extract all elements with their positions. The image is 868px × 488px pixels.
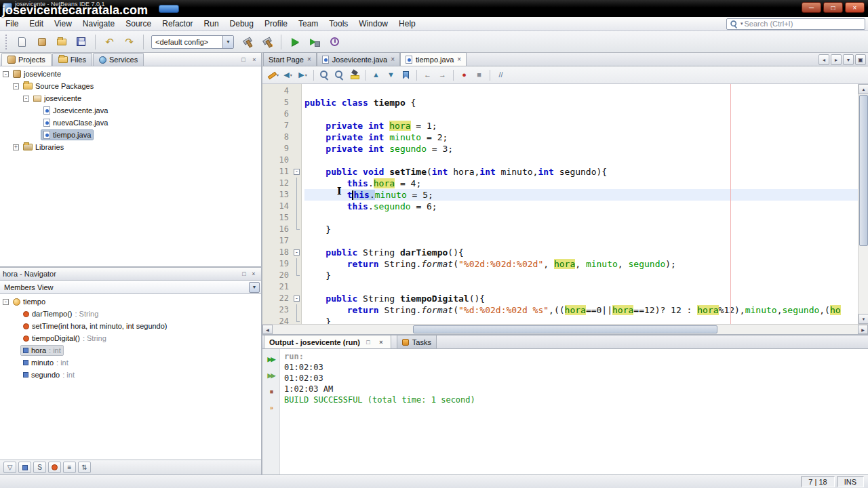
code-line[interactable] [304, 108, 858, 120]
collapse-fold-icon[interactable]: - [294, 296, 300, 302]
line-number[interactable]: 21 [262, 281, 289, 293]
tree-item-minuto[interactable]: minuto : int [0, 357, 261, 369]
tab-projects[interactable]: Projects [1, 53, 52, 66]
line-number[interactable]: 24 [262, 316, 289, 324]
code-line[interactable]: this.hora = 4; [304, 178, 858, 189]
fold-toggle[interactable]: - [292, 166, 301, 178]
line-number[interactable]: 9 [262, 143, 289, 155]
collapse-icon[interactable]: - [3, 299, 9, 305]
scroll-down-icon[interactable]: ▼ [859, 314, 868, 324]
code-line[interactable]: public String tiempoDigital(){ [304, 293, 858, 304]
line-number[interactable]: 15 [262, 212, 289, 224]
close-icon[interactable]: × [391, 56, 395, 63]
collapse-fold-icon[interactable]: - [294, 169, 300, 175]
menu-file[interactable]: File [0, 18, 24, 30]
collapse-icon[interactable]: - [23, 96, 29, 102]
sort-by-name-button[interactable]: ≡ [63, 462, 76, 473]
toolbar-grip[interactable] [5, 35, 10, 49]
line-number[interactable]: 4 [262, 85, 289, 97]
menu-help[interactable]: Help [393, 18, 421, 30]
maximize-button[interactable]: □ [823, 2, 843, 13]
code-line[interactable]: public class tiempo { [304, 97, 858, 108]
show-inherited-members-button[interactable]: ▽ [3, 462, 16, 473]
line-number[interactable]: 17 [262, 235, 289, 247]
open-project-button[interactable] [52, 33, 71, 51]
code-line[interactable] [304, 235, 858, 247]
horizontal-scrollbar-thumb[interactable] [413, 325, 717, 333]
tree-item-tiempodigital[interactable]: tiempoDigital() : String [0, 332, 261, 344]
minimize-button[interactable]: ─ [802, 2, 821, 13]
profile-project-button[interactable] [326, 33, 344, 51]
output-tab[interactable]: Output - josevicente (run) □ × [264, 335, 391, 348]
stop-macro-recording-button[interactable]: ■ [472, 68, 486, 82]
code-line[interactable]: } [304, 224, 858, 235]
close-icon[interactable]: × [457, 56, 461, 63]
code-line[interactable] [304, 85, 858, 97]
tree-item-josevicente-java[interactable]: Josevicente.java [0, 104, 261, 117]
start-macro-recording-button[interactable]: ● [457, 68, 471, 82]
tree-item-segundo[interactable]: segundo : int [0, 369, 261, 381]
tree-item-josevicente[interactable]: -josevicente [0, 68, 261, 80]
code-line[interactable]: this.segundo = 6; [304, 201, 858, 212]
sort-by-source-button[interactable]: ⇅ [78, 462, 91, 473]
collapse-icon[interactable]: - [3, 71, 9, 77]
editor-tab-tiempo-java[interactable]: tiempo.java× [400, 52, 467, 66]
close-output-icon[interactable]: × [376, 338, 386, 346]
line-number[interactable]: 8 [262, 131, 289, 143]
scroll-up-icon[interactable]: ▲ [859, 84, 868, 94]
scroll-tabs-right-icon[interactable]: ▸ [831, 54, 842, 65]
tree-item-tiempo-java[interactable]: tiempo.java [0, 129, 261, 141]
line-number[interactable]: 5 [262, 97, 289, 108]
code-line[interactable]: public String darTiempo(){ [304, 247, 858, 258]
close-icon[interactable]: × [307, 56, 311, 63]
ant-options-button[interactable]: » [264, 401, 278, 414]
tree-item-source-packages[interactable]: -Source Packages [0, 80, 261, 92]
menu-run[interactable]: Run [199, 18, 224, 30]
menu-team[interactable]: Team [293, 18, 323, 30]
code-line[interactable]: } [304, 316, 858, 324]
toggle-bookmark-button[interactable] [399, 68, 413, 82]
previous-bookmark-button[interactable]: ▲ [369, 68, 383, 82]
run-project-button[interactable] [286, 33, 304, 51]
line-number[interactable]: 20 [262, 270, 289, 281]
debug-project-button[interactable] [306, 33, 324, 51]
code-line[interactable] [304, 155, 858, 166]
editor-tab-start-page[interactable]: Start Page× [263, 52, 317, 66]
search-box[interactable]: ▾ [726, 18, 865, 30]
expand-icon[interactable]: + [13, 144, 19, 150]
rerun-with-parameters-button[interactable]: ▶▶ [264, 369, 278, 382]
code-lines[interactable]: I public class tiempo { private int hora… [302, 84, 858, 324]
tree-item-dartiempo[interactable]: darTiempo() : String [0, 308, 261, 320]
code-line[interactable]: public void setTime(int hora,int minuto,… [304, 166, 858, 178]
tree-item-libraries[interactable]: +Libraries [0, 141, 261, 153]
vertical-scrollbar[interactable]: ▲ ▼ [858, 84, 868, 324]
undo-button[interactable]: ↶ [100, 33, 119, 51]
redo-button[interactable]: ↷ [120, 33, 138, 51]
toggle-highlight-search-button[interactable] [347, 68, 361, 82]
code-line[interactable] [304, 212, 858, 224]
menu-edit[interactable]: Edit [24, 18, 49, 30]
next-bookmark-button[interactable]: ▼ [384, 68, 398, 82]
editor-tab-josevicente-java[interactable]: Josevicente.java× [317, 52, 400, 66]
menu-navigate[interactable]: Navigate [77, 18, 120, 30]
scroll-right-icon[interactable]: ▶ [858, 325, 868, 334]
build-project-button[interactable] [238, 33, 256, 51]
back-button[interactable]: ◀▾ [281, 68, 295, 82]
line-number[interactable]: 16 [262, 224, 289, 235]
line-number[interactable]: 12 [262, 178, 289, 189]
collapse-icon[interactable]: - [13, 83, 19, 89]
line-number[interactable]: 19 [262, 258, 289, 270]
shift-line-right-button[interactable]: → [435, 68, 450, 82]
show-fields-button[interactable] [18, 462, 31, 473]
search-input[interactable] [745, 20, 863, 28]
close-button[interactable]: × [845, 2, 865, 13]
line-number[interactable]: 14 [262, 201, 289, 212]
tree-item-nuevaclase-java[interactable]: nuevaClase.java [0, 117, 261, 129]
tree-item-settime-int-hora-int-minuto-int-segundo[interactable]: setTime(int hora, int minuto, int segund… [0, 320, 261, 332]
find-next-occurrence-button[interactable] [332, 68, 347, 82]
output-text[interactable]: run:01:02:0301:02:031:02:03 AMBUILD SUCC… [280, 349, 868, 474]
code-editor[interactable]: 456789101112131415161718192021222324 ---… [262, 84, 868, 324]
collapse-fold-icon[interactable]: - [294, 249, 300, 256]
find-selection-button[interactable] [317, 68, 332, 82]
line-number[interactable]: 6 [262, 108, 289, 120]
